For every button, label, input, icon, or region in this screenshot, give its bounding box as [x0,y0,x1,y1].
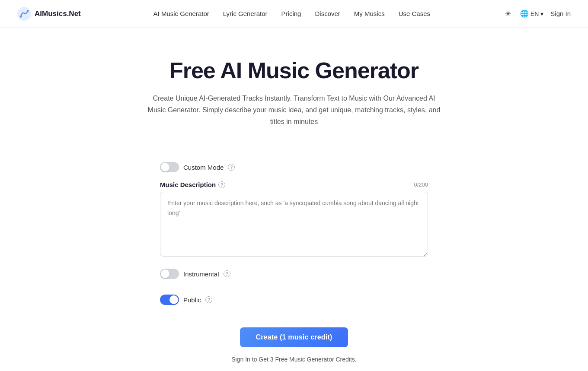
public-toggle-knob [169,295,178,304]
custom-mode-label: Custom Mode [183,164,224,171]
music-description-header: Music Description ? 0/200 [160,181,428,188]
nav-links: AI Music Generator Lyric Generator Prici… [153,10,430,17]
language-selector[interactable]: 🌐 EN ▾ [520,10,543,18]
nav-link-use-cases[interactable]: Use Cases [399,10,430,17]
music-description-textarea[interactable] [160,192,428,257]
svg-point-1 [20,16,22,18]
instrumental-label: Instrumental [183,270,219,278]
logo-text: AIMusics.Net [35,10,81,18]
instrumental-help-icon[interactable]: ? [224,270,230,277]
lang-label: EN [530,10,539,17]
logo[interactable]: AIMusics.Net [17,7,81,21]
instrumental-toggle[interactable] [160,269,179,279]
music-description-help-icon[interactable]: ? [218,181,225,188]
translate-icon: 🌐 [520,10,529,18]
nav-link-pricing[interactable]: Pricing [281,10,301,17]
nav-right: ☀ 🌐 EN ▾ Sign In [503,7,571,20]
generator-form: Custom Mode ? Music Description ? 0/200 … [151,162,437,363]
public-label: Public [183,296,201,304]
public-toggle[interactable] [160,295,179,305]
hero-section: Free AI Music Generator Create Unique AI… [0,28,588,145]
custom-mode-toggle-knob [161,163,169,171]
nav-link-my-musics[interactable]: My Musics [354,10,385,17]
svg-point-0 [17,7,31,21]
navbar: AIMusics.Net AI Music Generator Lyric Ge… [0,0,588,28]
bottom-toggles: Instrumental ? Public ? [160,269,428,314]
music-description-label: Music Description ? [160,181,225,188]
public-row: Public ? [160,295,428,305]
nav-link-lyric-generator[interactable]: Lyric Generator [223,10,268,17]
custom-mode-help-icon[interactable]: ? [228,164,235,171]
chevron-down-icon: ▾ [540,10,543,17]
instrumental-row: Instrumental ? [160,269,428,279]
public-help-icon[interactable]: ? [205,296,212,303]
sample-cards [0,363,588,371]
logo-icon [17,7,31,21]
nav-link-ai-music-generator[interactable]: AI Music Generator [153,10,209,17]
char-count: 0/200 [414,181,428,188]
create-button[interactable]: Create (1 music credit) [240,327,348,347]
hero-subtitle: Create Unique AI-Generated Tracks Instan… [147,92,441,128]
hero-title: Free AI Music Generator [9,58,579,84]
music-description-field: Music Description ? 0/200 [160,181,428,258]
sign-in-button[interactable]: Sign In [550,10,571,17]
theme-toggle-button[interactable]: ☀ [503,7,513,20]
svg-point-2 [27,10,29,12]
signin-note: Sign In to Get 3 Free Music Generator Cr… [160,356,428,363]
custom-mode-row: Custom Mode ? [160,162,428,172]
custom-mode-toggle[interactable] [160,162,179,172]
nav-link-discover[interactable]: Discover [315,10,340,17]
instrumental-toggle-knob [161,270,169,278]
